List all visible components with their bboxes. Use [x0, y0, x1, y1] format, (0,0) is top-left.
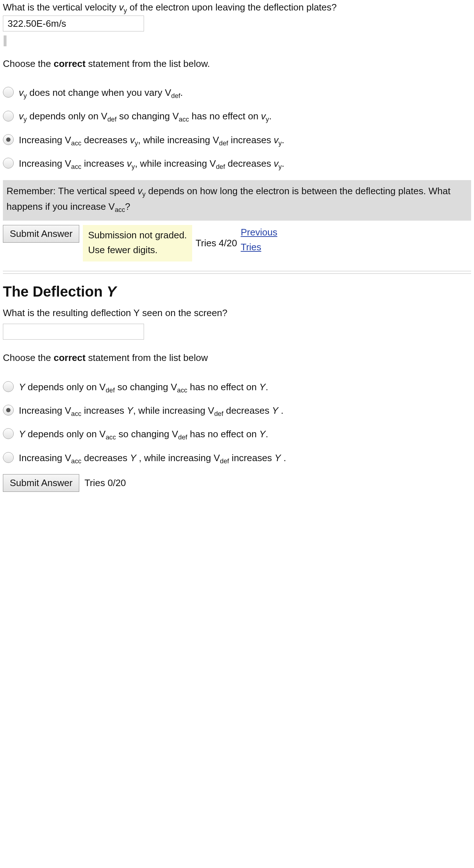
q1-options: vy does not change when you vary Vdef.vy… [3, 85, 471, 172]
option-label: Increasing Vacc decreases vy, while incr… [19, 135, 284, 145]
q1-radio-0[interactable] [3, 87, 14, 98]
radio-option: Increasing Vacc decreases vy, while incr… [3, 133, 471, 148]
q1-radio-1[interactable] [3, 111, 14, 122]
option-label: vy depends only on Vdef so changing Vacc… [19, 111, 272, 122]
q2-radio-2[interactable] [3, 428, 14, 439]
radio-option: Increasing Vacc decreases Y , while incr… [3, 451, 471, 466]
text-cursor-icon [4, 35, 7, 46]
radio-option: Y depends only on Vdef so changing Vacc … [3, 380, 471, 395]
q1-feedback: Submission not graded. Use fewer digits. [83, 225, 192, 261]
option-label: Increasing Vacc decreases Y , while incr… [19, 452, 286, 463]
q2-choose-prompt: Choose the correct statement from the li… [3, 350, 471, 365]
vy-answer-input[interactable] [3, 16, 144, 31]
section-divider [3, 271, 471, 274]
q1-action-row: Submit Answer Submission not graded. Use… [3, 225, 471, 261]
option-label: Y depends only on Vacc so changing Vdef … [19, 429, 268, 439]
q2-radio-1[interactable] [3, 405, 14, 416]
previous-tries-link[interactable]: Tries [241, 242, 261, 252]
feedback-line: Use fewer digits. [88, 243, 187, 257]
q1-submit-button[interactable]: Submit Answer [3, 225, 79, 243]
y-answer-input[interactable] [3, 324, 144, 340]
q2-heading: The Deflection Y [3, 280, 471, 303]
q2-action-row: Submit Answer Tries 0/20 [3, 474, 471, 492]
option-label: Y depends only on Vdef so changing Vacc … [19, 382, 268, 392]
q1-tries: Tries 4/20 [196, 236, 237, 250]
q2-question: What is the resulting deflection Y seen … [3, 306, 471, 320]
option-label: Increasing Vacc increases vy, while incr… [19, 158, 284, 169]
q2-options: Y depends only on Vdef so changing Vacc … [3, 380, 471, 467]
q2-tries: Tries 0/20 [84, 476, 126, 490]
q1-choose-prompt: Choose the correct statement from the li… [3, 56, 471, 71]
radio-option: vy does not change when you vary Vdef. [3, 85, 471, 101]
q1-question: What is the vertical velocity vy of the … [3, 0, 471, 31]
radio-option: Increasing Vacc increases vy, while incr… [3, 156, 471, 172]
option-label: vy does not change when you vary Vdef. [19, 87, 183, 98]
q1-radio-3[interactable] [3, 158, 14, 169]
q1-hint: Remember: The vertical speed vy depends … [3, 180, 471, 221]
q2-radio-0[interactable] [3, 381, 14, 392]
q2-radio-3[interactable] [3, 452, 14, 463]
option-label: Increasing Vacc increases Y, while incre… [19, 405, 283, 416]
feedback-line: Submission not graded. [88, 228, 187, 242]
q1-radio-2[interactable] [3, 134, 14, 145]
q2-submit-button[interactable]: Submit Answer [3, 474, 79, 492]
radio-option: vy depends only on Vdef so changing Vacc… [3, 109, 471, 124]
radio-option: Y depends only on Vacc so changing Vdef … [3, 427, 471, 442]
radio-option: Increasing Vacc increases Y, while incre… [3, 403, 471, 419]
previous-tries-link[interactable]: Previous [241, 227, 277, 238]
q1-previous-tries: Previous Tries [241, 225, 277, 254]
